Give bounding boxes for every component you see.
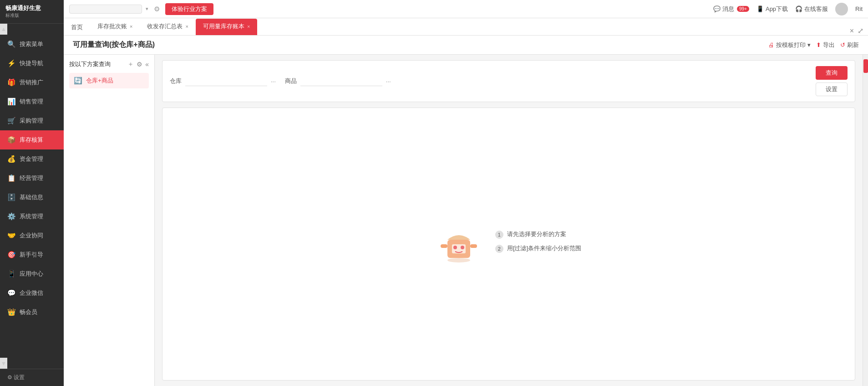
sidebar-scroll: 🔍搜索菜单⚡快捷导航🎁营销推广📊销售管理🛒采购管理📦库存核算💰资金管理📋经营管理… — [0, 35, 64, 358]
empty-tip-1: 1 请先选择要分析的方案 — [495, 230, 581, 239]
quick-nav-icon: ⚡ — [7, 59, 16, 67]
filter-item-warehouse-goods[interactable]: 🔄 仓库+商品 — [69, 73, 149, 88]
empty-state: 1 请先选择要分析的方案 2 用[过滤]条件来缩小分析范围 — [162, 108, 855, 381]
goods-more-icon[interactable]: ··· — [386, 78, 391, 85]
newbie-icon: 🎯 — [7, 251, 16, 259]
dropdown-icon[interactable]: ▾ — [146, 6, 148, 12]
sidebar-item-member[interactable]: 👑畅会员 — [0, 303, 64, 322]
tab-available-stock-close[interactable]: × — [247, 24, 250, 29]
page-title: 可用量查询(按仓库+商品) — [73, 40, 155, 50]
topbar-right: 💬 消息 99+ 📱 App下载 🎧 在线客服 Rit — [713, 3, 863, 15]
collapse-filter-button[interactable]: « — [145, 60, 149, 68]
sidebar-item-wechat[interactable]: 💬企业微信 — [0, 283, 64, 303]
app-version: 标准版 — [5, 12, 58, 19]
gear-icon[interactable]: ⚙ — [154, 5, 160, 13]
warehouse-goods-icon: 🔄 — [74, 77, 82, 85]
goods-input[interactable] — [300, 76, 382, 86]
sidebar-item-inventory[interactable]: 📦库存核算 — [0, 130, 64, 149]
sidebar-bottom[interactable]: ⚙ 设置 — [0, 369, 64, 386]
scroll-thumb[interactable] — [863, 59, 868, 73]
warehouse-input[interactable] — [185, 76, 267, 86]
tabs-right-controls: × ⤢ — [845, 26, 868, 35]
wechat-icon: 💬 — [7, 289, 16, 297]
sidebar-item-quick-nav[interactable]: ⚡快捷导航 — [0, 54, 64, 73]
refresh-button[interactable]: ↺ 刷新 — [840, 41, 859, 49]
filter-panel-title: 按以下方案查询 — [69, 60, 111, 68]
sidebar-item-newbie[interactable]: 🎯新手引导 — [0, 245, 64, 264]
sidebar-label-enterprise: 企业协同 — [20, 232, 43, 240]
tab-collect-summary-label: 收发存汇总表 — [147, 22, 183, 31]
sidebar-item-sales[interactable]: 📊销售管理 — [0, 92, 64, 111]
sidebar-label-inventory: 库存核算 — [20, 136, 43, 144]
marketing-icon: 🎁 — [7, 78, 16, 87]
tab-batch-account-close[interactable]: × — [130, 24, 132, 29]
page-header-actions: 🖨 按模板打印 ▾ ⬆ 导出 ↺ 刷新 — [768, 41, 859, 49]
online-service-item[interactable]: 🎧 在线客服 — [795, 5, 828, 13]
tab-available-stock[interactable]: 可用量库存账本 × — [196, 19, 257, 35]
finance-icon: 💰 — [7, 155, 16, 163]
app-download-item[interactable]: 📱 App下载 — [756, 5, 788, 13]
print-button[interactable]: 🖨 按模板打印 ▾ — [768, 41, 811, 49]
sidebar-item-search[interactable]: 🔍搜索菜单 — [0, 35, 64, 54]
filter-panel: 按以下方案查询 ＋ ⚙ « 🔄 仓库+商品 — [64, 55, 155, 386]
sidebar-item-finance[interactable]: 💰资金管理 — [0, 149, 64, 169]
tab-collect-summary[interactable]: 收发存汇总表 × — [140, 19, 195, 35]
filter-item-warehouse-goods-label: 仓库+商品 — [86, 77, 113, 85]
right-scrollbar — [863, 55, 868, 386]
operations-icon: 📋 — [7, 174, 16, 182]
notifications-item[interactable]: 💬 消息 99+ — [713, 5, 749, 13]
warehouse-more-icon[interactable]: ··· — [271, 78, 276, 85]
search-input[interactable] — [73, 6, 128, 12]
app-center-icon: 📱 — [7, 270, 16, 278]
settings-filter-button[interactable]: ⚙ — [137, 60, 142, 68]
close-tab-button[interactable]: × — [850, 27, 854, 35]
sidebar-label-system: 系统管理 — [20, 212, 43, 221]
sidebar-scroll-down[interactable]: ▼ — [0, 358, 7, 369]
sidebar-scroll-up[interactable]: ▲ — [0, 24, 7, 35]
svg-rect-5 — [470, 244, 477, 248]
trial-button[interactable]: 体验行业方案 — [165, 3, 213, 15]
sidebar-item-marketing[interactable]: 🎁营销推广 — [0, 73, 64, 92]
tip-num-2: 2 — [495, 245, 503, 253]
sidebar-label-sales: 销售管理 — [20, 98, 43, 106]
system-icon: ⚙️ — [7, 212, 16, 221]
settings-button[interactable]: 设置 — [816, 82, 848, 96]
svg-point-3 — [461, 246, 464, 249]
online-service-label: 在线客服 — [804, 5, 828, 13]
print-dropdown-icon[interactable]: ▾ — [807, 41, 811, 48]
notification-count: 99+ — [737, 6, 749, 12]
warehouse-field: 仓库 ··· — [170, 76, 276, 86]
tab-home[interactable]: 首页 — [64, 20, 90, 35]
sidebar-item-app-center[interactable]: 📱应用中心 — [0, 264, 64, 283]
user-avatar[interactable] — [835, 3, 848, 15]
notifications-label: 消息 — [722, 5, 734, 13]
tabs-bar: 首页 库存批次账 × 收发存汇总表 × 可用量库存账本 × × ⤢ — [64, 18, 868, 36]
sidebar-label-basic-info: 基础信息 — [20, 193, 43, 201]
query-button[interactable]: 查询 — [816, 66, 848, 80]
tip-num-1: 1 — [495, 231, 503, 239]
sidebar-item-enterprise[interactable]: 🤝企业协同 — [0, 226, 64, 245]
sidebar-item-purchase[interactable]: 🛒采购管理 — [0, 111, 64, 130]
scroll-track[interactable] — [863, 55, 868, 386]
expand-tab-button[interactable]: ⤢ — [858, 26, 863, 35]
sidebar-item-system[interactable]: ⚙️系统管理 — [0, 207, 64, 226]
inventory-icon: 📦 — [7, 136, 16, 144]
export-label: 导出 — [823, 41, 835, 49]
search-icon: 🔍 — [7, 40, 16, 48]
sidebar-item-operations[interactable]: 📋经营管理 — [0, 169, 64, 188]
query-area: 仓库 ··· 商品 ··· 查询 设置 — [155, 55, 863, 386]
enterprise-icon: 🤝 — [7, 232, 16, 240]
print-label: 按模板打印 — [776, 41, 806, 49]
sidebar-label-app-center: 应用中心 — [20, 270, 43, 278]
topbar: ▾ ⚙ 体验行业方案 💬 消息 99+ 📱 App下载 🎧 在线客服 Rit — [64, 0, 868, 18]
export-icon: ⬆ — [816, 41, 821, 48]
basic-info-icon: 🗄️ — [7, 193, 16, 201]
tab-collect-summary-close[interactable]: × — [185, 24, 188, 29]
tab-batch-account[interactable]: 库存批次账 × — [90, 19, 140, 35]
sidebar-logo: 畅康通好生意 标准版 — [0, 0, 64, 24]
export-button[interactable]: ⬆ 导出 — [816, 41, 835, 49]
sidebar-item-basic-info[interactable]: 🗄️基础信息 — [0, 188, 64, 207]
goods-label: 商品 — [285, 77, 297, 85]
purchase-icon: 🛒 — [7, 117, 16, 125]
add-filter-button[interactable]: ＋ — [127, 60, 134, 68]
